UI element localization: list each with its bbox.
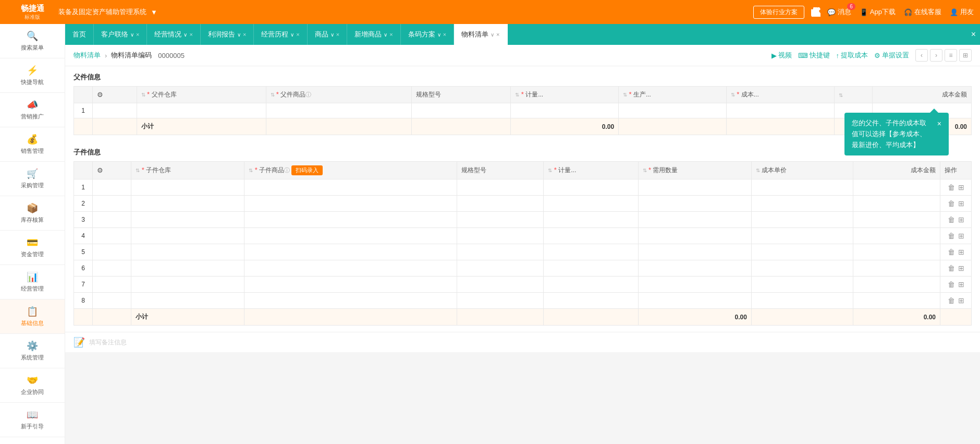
child-row-5-unit-price[interactable]	[751, 244, 853, 260]
sidebar-item-system[interactable]: ⚙️ 系统管理	[0, 334, 65, 368]
child-row-6-goods[interactable]	[244, 260, 457, 277]
child-row-4-unit-price[interactable]	[751, 228, 853, 244]
child-row-2-qty[interactable]	[638, 196, 751, 212]
sidebar-item-finance[interactable]: 💳 资金管理	[0, 231, 65, 265]
child-row-7-amount[interactable]	[853, 277, 940, 293]
parent-row-1-goods[interactable]	[266, 103, 412, 118]
child-row-7-goods[interactable]	[244, 277, 457, 293]
note-placeholder[interactable]: 填写备注信息	[89, 338, 127, 347]
child-row-7-qty[interactable]	[638, 277, 751, 293]
child-row-3-unit-price[interactable]	[751, 212, 853, 228]
child-row-3-goods[interactable]	[244, 212, 457, 228]
extract-cost-button[interactable]: ↑ 提取成本	[836, 51, 868, 60]
child-row-1-spec[interactable]	[457, 179, 544, 196]
tab-goods[interactable]: 商品 ∨ ×	[308, 24, 347, 45]
child-row-2-goods[interactable]	[244, 196, 457, 212]
child-row-7-warehouse[interactable]	[131, 277, 244, 293]
child-row-3-spec[interactable]	[457, 212, 544, 228]
sidebar-item-guide[interactable]: 📖 新手引导	[0, 403, 65, 437]
child-row-8-spec[interactable]	[457, 293, 544, 309]
child-row-6-unit[interactable]	[544, 260, 638, 277]
child-row-6-amount[interactable]	[853, 260, 940, 277]
child-row-2-unit-price[interactable]	[751, 196, 853, 212]
sidebar-item-quick-nav[interactable]: ⚡ 快捷导航	[0, 58, 65, 93]
child-row-4-amount[interactable]	[853, 228, 940, 244]
child-th-settings[interactable]: ⚙	[93, 162, 131, 179]
child-row-8-delete-icon[interactable]: 🗑	[948, 296, 955, 305]
sidebar-item-marketing[interactable]: 📣 营销推广	[0, 93, 65, 127]
child-row-8-amount[interactable]	[853, 293, 940, 309]
tab-customer[interactable]: 客户联络 ∨ ×	[94, 24, 147, 45]
tab-close-all-icon[interactable]: ×	[971, 30, 976, 39]
child-row-4-spec[interactable]	[457, 228, 544, 244]
child-row-5-amount[interactable]	[853, 244, 940, 260]
breadcrumb-parent[interactable]: 物料清单	[74, 51, 101, 60]
tab-new-goods[interactable]: 新增商品 ∨ ×	[347, 24, 400, 45]
tab-ops-close[interactable]: ×	[189, 31, 192, 38]
child-row-6-warehouse[interactable]	[131, 260, 244, 277]
child-row-1-qty[interactable]	[638, 179, 751, 196]
child-row-8-unit[interactable]	[544, 293, 638, 309]
child-row-5-unit[interactable]	[544, 244, 638, 260]
parent-row-1-spec[interactable]	[412, 103, 511, 118]
child-row-1-warehouse[interactable]	[131, 179, 244, 196]
child-row-4-unit[interactable]	[544, 228, 638, 244]
child-row-7-unit[interactable]	[544, 277, 638, 293]
parent-row-1-production[interactable]	[619, 103, 727, 118]
tab-barcode[interactable]: 条码方案 ∨ ×	[401, 24, 454, 45]
child-row-7-unit-price[interactable]	[751, 277, 853, 293]
tab-customer-close[interactable]: ×	[136, 31, 139, 38]
child-row-6-delete-icon[interactable]: 🗑	[948, 264, 955, 272]
sidebar-item-purchase[interactable]: 🛒 采购管理	[0, 162, 65, 196]
parent-row-1-unit[interactable]	[511, 103, 619, 118]
online-service-item[interactable]: 🎧 在线客服	[904, 7, 941, 17]
child-row-3-copy-icon[interactable]: ⊞	[958, 215, 964, 224]
sidebar-item-sales[interactable]: 💰 销售管理	[0, 127, 65, 162]
child-row-6-copy-icon[interactable]: ⊞	[958, 264, 964, 272]
tab-profit-close[interactable]: ×	[243, 31, 246, 38]
sidebar-item-enterprise[interactable]: 🤝 企业协同	[0, 368, 65, 403]
child-row-5-delete-icon[interactable]: 🗑	[948, 248, 955, 256]
child-row-2-unit[interactable]	[544, 196, 638, 212]
single-setting-button[interactable]: ⚙ 单据设置	[874, 51, 909, 60]
child-row-3-warehouse[interactable]	[131, 212, 244, 228]
child-goods-info-icon[interactable]: ⓘ	[284, 167, 290, 173]
view-video-button[interactable]: ▶ 视频	[771, 51, 792, 60]
child-row-4-goods[interactable]	[244, 228, 457, 244]
trial-button[interactable]: 体验行业方案	[753, 6, 804, 19]
nav-prev-button[interactable]: ‹	[915, 49, 928, 62]
child-row-8-qty[interactable]	[638, 293, 751, 309]
child-row-3-qty[interactable]	[638, 212, 751, 228]
tab-bom-close[interactable]: ×	[496, 31, 499, 38]
tab-new-goods-close[interactable]: ×	[389, 31, 393, 38]
tab-goods-close[interactable]: ×	[336, 31, 339, 38]
tab-history[interactable]: 经营历程 ∨ ×	[254, 24, 307, 45]
user-avatar-item[interactable]: 👤 用友	[950, 7, 974, 17]
tab-home[interactable]: 首页	[65, 24, 94, 45]
child-row-1-amount[interactable]	[853, 179, 940, 196]
title-dropdown-icon[interactable]: ▼	[151, 8, 157, 16]
nav-expand-button[interactable]: ⊞	[959, 49, 972, 62]
child-row-7-delete-icon[interactable]: 🗑	[948, 280, 955, 289]
child-row-4-delete-icon[interactable]: 🗑	[948, 232, 955, 240]
nav-menu-button[interactable]: ≡	[945, 49, 957, 62]
nav-next-button[interactable]: ›	[930, 49, 942, 62]
child-row-2-warehouse[interactable]	[131, 196, 244, 212]
child-row-5-spec[interactable]	[457, 244, 544, 260]
sidebar-item-inventory[interactable]: 📦 库存核算	[0, 196, 65, 231]
child-row-6-spec[interactable]	[457, 260, 544, 277]
child-row-8-copy-icon[interactable]: ⊞	[958, 296, 964, 305]
tab-barcode-close[interactable]: ×	[443, 31, 446, 38]
child-row-5-qty[interactable]	[638, 244, 751, 260]
app-download-item[interactable]: 📱 App下载	[860, 7, 896, 17]
tab-operations-status[interactable]: 经营情况 ∨ ×	[147, 24, 200, 45]
child-row-4-copy-icon[interactable]: ⊞	[958, 232, 964, 240]
tab-history-close[interactable]: ×	[296, 31, 299, 38]
child-row-4-qty[interactable]	[638, 228, 751, 244]
child-row-7-copy-icon[interactable]: ⊞	[958, 280, 964, 289]
tooltip-close-button[interactable]: ×	[937, 118, 941, 129]
parent-th-settings[interactable]: ⚙	[93, 87, 137, 103]
message-icon-item[interactable]: 💬 消息 6	[827, 7, 851, 17]
child-row-1-unit-price[interactable]	[751, 179, 853, 196]
child-row-8-unit-price[interactable]	[751, 293, 853, 309]
